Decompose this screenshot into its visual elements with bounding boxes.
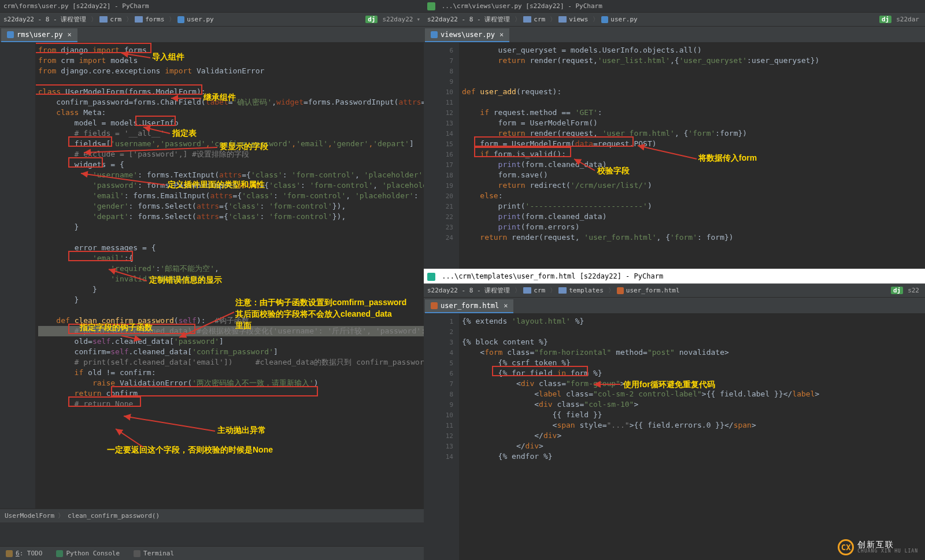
footer-todo[interactable]: 6: TODO <box>6 550 42 557</box>
window-title-bar-rb: ...\crm\templates\user_form.html [s22day… <box>424 269 925 284</box>
tab-user-py[interactable]: rms\user.py× <box>1 28 77 42</box>
html-icon <box>431 302 438 309</box>
gutter <box>0 43 36 509</box>
breadcrumb-file-rb[interactable]: user_form.html <box>617 287 680 294</box>
window-title-rb: ...\crm\templates\user_form.html [s22day… <box>442 272 663 280</box>
close-icon[interactable]: × <box>500 31 504 39</box>
breadcrumb-project-rb[interactable]: s22day22 - 8 - 课程管理 <box>427 286 510 295</box>
crumb-method[interactable]: clean_confirm_password() <box>68 512 160 520</box>
run-config-rt[interactable]: s22dar <box>896 16 919 23</box>
terminal-icon <box>134 550 140 557</box>
folder-icon <box>99 16 108 23</box>
window-title-bar: crm\forms\user.py [s22day22] - PyCharm <box>0 0 424 13</box>
right-top-pane: ...\crm\views\user.py [s22day22] - PyCha… <box>424 0 925 269</box>
breadcrumb-project[interactable]: s22day22 - 8 - 课程管理 <box>3 15 86 24</box>
todo-icon <box>6 550 13 557</box>
breadcrumb-bar-rt: s22day22 - 8 - 课程管理〉 crm〉 views〉 user.py… <box>424 13 925 27</box>
django-badge-rb: dj <box>891 287 903 294</box>
editor-tabs-rt: views\user.py× <box>424 27 925 43</box>
breadcrumb-templates-rb[interactable]: templates <box>558 287 604 294</box>
right-bottom-pane: ...\crm\templates\user_form.html [s22day… <box>424 269 925 560</box>
breadcrumb-crm-rt[interactable]: crm <box>523 16 545 23</box>
run-config-name[interactable]: s22day22 <box>382 16 413 23</box>
breadcrumb-sep: 〉 <box>91 15 97 24</box>
pycharm-icon <box>427 2 435 10</box>
window-title: crm\forms\user.py [s22day22] - PyCharm <box>3 2 149 10</box>
watermark: CX 创新互联 CHUANG XIN HU LIAN <box>838 539 918 555</box>
editor-tabs: rms\user.py× <box>0 27 424 43</box>
html-icon <box>617 287 624 294</box>
folder-icon <box>558 16 567 23</box>
run-config-rb[interactable]: s22 <box>908 287 919 294</box>
gutter-rb: 1234567891011121314 <box>424 314 460 560</box>
python-icon <box>601 16 608 23</box>
watermark-brand: 创新互联 <box>857 540 918 549</box>
folder-icon <box>135 16 143 23</box>
close-icon[interactable]: × <box>504 302 508 310</box>
close-icon[interactable]: × <box>67 31 71 39</box>
window-title-rt: ...\crm\views\user.py [s22day22] - PyCha… <box>442 2 602 10</box>
editor-tabs-rb: user_form.html× <box>424 298 925 314</box>
breadcrumb-file[interactable]: user.py <box>177 16 213 23</box>
editor-area-rb[interactable]: 1234567891011121314 {% extends 'layout.h… <box>424 314 925 560</box>
editor-crumb-bottom: UserModelForm 〉 clean_confirm_password() <box>0 509 424 522</box>
django-badge-rt: dj <box>879 16 891 23</box>
code-rb[interactable]: {% extends 'layout.html' %} {% block con… <box>460 314 925 560</box>
editor-area-rt[interactable]: 6789101112131415161718192021222324 user_… <box>424 43 925 269</box>
breadcrumb-views-rt[interactable]: views <box>558 16 588 23</box>
breadcrumb-forms[interactable]: forms <box>135 16 164 23</box>
window-title-bar-rt: ...\crm\views\user.py [s22day22] - PyCha… <box>424 0 925 13</box>
tab-views-user[interactable]: views\user.py× <box>425 28 509 42</box>
python-icon <box>56 550 63 557</box>
watermark-sub: CHUANG XIN HU LIAN <box>857 549 918 554</box>
python-icon <box>7 31 14 38</box>
breadcrumb-file-rt[interactable]: user.py <box>601 16 637 23</box>
breadcrumb-crm[interactable]: crm <box>99 16 121 23</box>
code-rt[interactable]: user_queryset = models.UserInfo.objects.… <box>460 43 925 269</box>
folder-icon <box>558 287 567 294</box>
folder-icon <box>523 287 531 294</box>
footer: 6: TODO Python Console Terminal <box>0 546 424 560</box>
crumb-class[interactable]: UserModelForm <box>5 512 54 520</box>
footer-python-console[interactable]: Python Console <box>56 550 120 557</box>
left-pane: crm\forms\user.py [s22day22] - PyCharm s… <box>0 0 424 560</box>
gutter-rt: 6789101112131415161718192021222324 <box>424 43 460 269</box>
tab-user-form-html[interactable]: user_form.html× <box>425 299 513 313</box>
breadcrumb-project-rt[interactable]: s22day22 - 8 - 课程管理 <box>427 15 510 24</box>
footer-terminal[interactable]: Terminal <box>134 550 174 557</box>
editor-area[interactable]: from django import forms from crm import… <box>0 43 424 509</box>
python-icon <box>177 16 184 23</box>
folder-icon <box>523 16 531 23</box>
chevron-down-icon[interactable]: ▾ <box>416 16 420 23</box>
breadcrumb-bar: s22day22 - 8 - 课程管理〉 crm〉 forms〉 user.py… <box>0 13 424 27</box>
code[interactable]: from django import forms from crm import… <box>36 43 424 509</box>
pycharm-icon <box>427 273 435 281</box>
breadcrumb-bar-rb: s22day22 - 8 - 课程管理〉 crm〉 templates〉 use… <box>424 284 925 298</box>
python-icon <box>431 31 438 38</box>
breadcrumb-crm-rb[interactable]: crm <box>523 287 545 294</box>
django-badge: dj <box>365 16 378 23</box>
watermark-logo-icon: CX <box>838 539 854 555</box>
